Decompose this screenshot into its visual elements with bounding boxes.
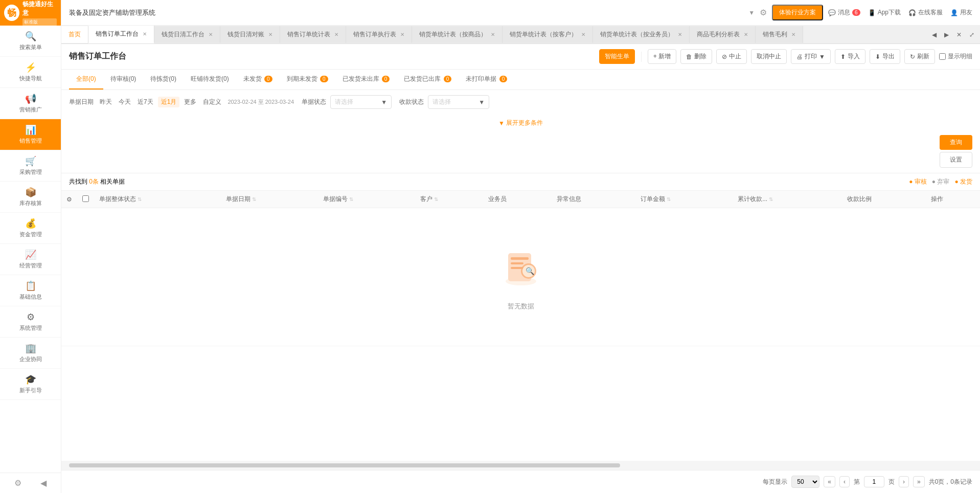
- sidebar-item-sales[interactable]: 📊销售管理: [0, 119, 61, 150]
- set-btn[interactable]: 设置: [940, 152, 972, 168]
- prev-page-btn[interactable]: ‹: [839, 476, 850, 487]
- user-menu[interactable]: 👤 用友: [950, 8, 972, 17]
- th-date[interactable]: 单据日期⇅: [221, 191, 318, 208]
- sidebar-item-system[interactable]: ⚙系统管理: [0, 306, 61, 338]
- tab-sales-stat-customer[interactable]: 销货单统计表（按客户） ✕: [503, 26, 593, 43]
- th-staff[interactable]: 业务员: [483, 191, 552, 208]
- per-page-select[interactable]: 50 100 200: [791, 476, 819, 488]
- date-yesterday[interactable]: 昨天: [98, 97, 114, 107]
- tab-home[interactable]: 首页: [61, 26, 88, 43]
- review-btn[interactable]: ● 审核: [909, 177, 927, 186]
- tab-close-sales-order-stat[interactable]: ✕: [334, 32, 338, 37]
- tab-close-all-btn[interactable]: ✕: [953, 29, 965, 40]
- cancel-stop-btn[interactable]: 取消中止: [751, 49, 787, 64]
- tab-close-sales-stat-customer[interactable]: ✕: [581, 32, 585, 37]
- filter-tab-all[interactable]: 全部(0): [69, 70, 103, 89]
- last-page-btn[interactable]: »: [913, 476, 925, 487]
- ship-btn[interactable]: ● 发货: [954, 177, 972, 186]
- tab-sales-order-workbench[interactable]: 销售订单工作台 ✕: [88, 26, 154, 43]
- cancel-review-btn[interactable]: ● 弃审: [932, 177, 950, 186]
- tab-close-sales-order-workbench[interactable]: ✕: [143, 31, 147, 37]
- payment-status-select[interactable]: 请选择 ▼: [428, 95, 489, 109]
- tab-sales-order-stat[interactable]: 销售订单统计表 ✕: [280, 26, 346, 43]
- tab-cash-reconcile[interactable]: 钱货日清对账 ✕: [220, 26, 280, 43]
- main-content: 装备及固定资产辅助管理系统 ▼ ⚙ 体验行业方案 💬 消息 6 📱 App下载 …: [61, 0, 980, 493]
- sidebar-item-enterprise[interactable]: 🏢企业协同: [0, 338, 61, 369]
- stop-btn[interactable]: ⊘ 中止: [716, 49, 747, 64]
- date-1month[interactable]: 近1月: [158, 97, 180, 107]
- th-collected[interactable]: 累计收款...⇅: [733, 191, 842, 208]
- sidebar-item-quick-nav[interactable]: ⚡快捷导航: [0, 57, 61, 88]
- tab-prev-btn[interactable]: ◀: [929, 29, 940, 40]
- sidebar-item-purchase[interactable]: 🛒采购管理: [0, 150, 61, 182]
- tab-close-product-margin[interactable]: ✕: [744, 32, 748, 37]
- tab-cash-daily-work[interactable]: 钱货日清工作台 ✕: [154, 26, 220, 43]
- sidebar-item-basic-info[interactable]: 📋基础信息: [0, 275, 61, 306]
- filter-tab-wangpu[interactable]: 旺铺待发货(0): [184, 70, 236, 89]
- date-today[interactable]: 今天: [117, 97, 133, 107]
- th-status[interactable]: 单据整体状态⇅: [94, 191, 221, 208]
- scroll-bar-thumb[interactable]: [69, 463, 620, 467]
- import-btn[interactable]: ⬆ 导入: [835, 49, 865, 64]
- settings-icon[interactable]: ⚙: [14, 478, 21, 488]
- delete-btn[interactable]: 🗑 删除: [680, 49, 712, 64]
- th-number[interactable]: 单据编号⇅: [318, 191, 415, 208]
- page-input[interactable]: [864, 476, 884, 487]
- filter-tab-shipped-not-out[interactable]: 已发货未出库 0: [335, 70, 397, 89]
- filter-tab-not-printed[interactable]: 未打印单据 0: [459, 70, 514, 89]
- tab-close-cash-daily-work[interactable]: ✕: [209, 32, 213, 37]
- message-btn[interactable]: 💬 消息 6: [828, 8, 860, 17]
- sidebar-item-finance[interactable]: 💰资金管理: [0, 213, 61, 244]
- filter-tab-not-shipped[interactable]: 未发货 0: [236, 70, 280, 89]
- tab-sales-gross[interactable]: 销售毛利 ✕: [756, 26, 803, 43]
- tab-next-btn[interactable]: ▶: [941, 29, 952, 40]
- tab-close-cash-reconcile[interactable]: ✕: [268, 32, 272, 37]
- tab-maximize-btn[interactable]: ⤢: [966, 29, 977, 40]
- tab-close-sales-stat-staff[interactable]: ✕: [678, 32, 682, 37]
- th-abnormal[interactable]: 异常信息: [552, 191, 635, 208]
- date-more[interactable]: 更多: [182, 97, 198, 107]
- collapse-icon[interactable]: ◀: [40, 478, 47, 488]
- show-detail-checkbox[interactable]: [939, 53, 946, 60]
- dropdown-icon[interactable]: ▼: [748, 9, 755, 16]
- export-btn[interactable]: ⬇ 导出: [870, 49, 900, 64]
- next-page-btn[interactable]: ›: [899, 476, 909, 487]
- sidebar-item-search[interactable]: 🔍搜索菜单: [0, 26, 61, 57]
- sidebar-item-operations[interactable]: 📈经营管理: [0, 244, 61, 275]
- app-download-btn[interactable]: 📱 App下载: [868, 8, 901, 17]
- sidebar-item-marketing[interactable]: 📢营销推广: [0, 88, 61, 119]
- tab-sales-stat-product[interactable]: 销货单统计表（按商品） ✕: [412, 26, 503, 43]
- th-check[interactable]: [77, 191, 94, 208]
- status-select[interactable]: 请选择 ▼: [330, 95, 392, 109]
- date-custom[interactable]: 自定义: [201, 97, 223, 107]
- print-btn[interactable]: 🖨 打印 ▼: [791, 49, 831, 64]
- filter-tab-pending-review[interactable]: 待审核(0): [103, 70, 144, 89]
- tab-product-margin[interactable]: 商品毛利分析表 ✕: [690, 26, 756, 43]
- filter-tab-pending-inspection[interactable]: 待拣货(0): [143, 70, 184, 89]
- industry-btn[interactable]: 体验行业方案: [772, 5, 823, 20]
- filter-tab-expired-not-shipped[interactable]: 到期未发货 0: [280, 70, 335, 89]
- tab-close-sales-gross[interactable]: ✕: [791, 32, 795, 37]
- online-service-btn[interactable]: 🎧 在线客服: [908, 8, 943, 17]
- tab-sales-order-exec[interactable]: 销售订单执行表 ✕: [346, 26, 412, 43]
- settings-icon[interactable]: ⚙: [760, 8, 767, 17]
- first-page-btn[interactable]: «: [824, 476, 835, 487]
- tab-close-sales-stat-product[interactable]: ✕: [491, 32, 495, 37]
- th-amount[interactable]: 订单金额⇅: [635, 191, 733, 208]
- expand-btn[interactable]: ▼ 展开更多条件: [498, 119, 543, 127]
- th-customer[interactable]: 客户⇅: [415, 191, 483, 208]
- sidebar-item-inventory[interactable]: 📦库存核算: [0, 182, 61, 213]
- search-btn[interactable]: 查询: [940, 135, 972, 150]
- filter-tab-shipped-out[interactable]: 已发货已出库 0: [397, 70, 459, 89]
- tab-close-sales-order-exec[interactable]: ✕: [400, 32, 404, 37]
- refresh-btn[interactable]: ↻ 刷新: [904, 49, 935, 64]
- horizontal-scrollbar[interactable]: [61, 461, 980, 470]
- date-7days[interactable]: 近7天: [135, 97, 155, 107]
- show-detail-toggle[interactable]: 显示明细: [939, 52, 972, 61]
- new-btn[interactable]: + 新增: [648, 49, 676, 64]
- th-settings[interactable]: ⚙: [61, 191, 77, 208]
- sidebar-item-guide[interactable]: 🎓新手引导: [0, 369, 61, 400]
- smart-create-btn[interactable]: 智能生单: [599, 49, 635, 64]
- select-all-checkbox[interactable]: [82, 195, 89, 202]
- tab-sales-stat-staff[interactable]: 销货单统计表（按业务员） ✕: [593, 26, 690, 43]
